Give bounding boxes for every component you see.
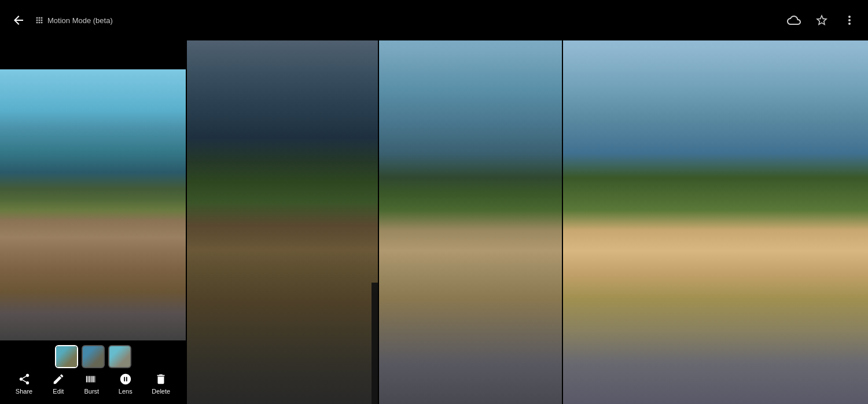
motion-mode-badge: Motion Mode (beta) xyxy=(35,16,113,25)
panel-divider-2 xyxy=(378,0,379,404)
panel-2: Brightness Contrast 45 xyxy=(186,0,378,404)
edit-nav-item[interactable]: Edit xyxy=(46,370,71,397)
burst-nav-item[interactable]: Burst xyxy=(79,370,105,397)
images-area: Share Edit Burst xyxy=(0,0,868,404)
edit-label: Edit xyxy=(53,388,64,395)
panel-4 xyxy=(562,0,868,404)
thumbnail-3[interactable] xyxy=(108,345,131,368)
panel-divider-1 xyxy=(186,0,187,404)
bottom-nav-1: Share Edit Burst xyxy=(0,368,186,399)
bottom-controls-2: Brightness Contrast 45 xyxy=(372,283,378,404)
thumbnail-1[interactable] xyxy=(55,345,78,368)
share-nav-item[interactable]: Share xyxy=(10,370,38,397)
lens-label: Lens xyxy=(119,388,133,395)
motion-mode-label: Motion Mode (beta) xyxy=(47,16,113,25)
panel-1: Share Edit Burst xyxy=(0,0,186,404)
delete-label: Delete xyxy=(152,388,170,395)
slider-container xyxy=(372,348,378,369)
top-bar: Motion Mode (beta) xyxy=(0,0,868,40)
more-options-icon[interactable] xyxy=(843,13,856,27)
photo-main xyxy=(0,69,186,340)
top-bar-left: Motion Mode (beta) xyxy=(12,13,113,27)
back-button[interactable] xyxy=(12,13,25,27)
share-label: Share xyxy=(16,388,32,395)
panel-divider-3 xyxy=(562,0,563,404)
panel-3: Magic Eraser Sky ...estions Crop xyxy=(378,0,562,404)
black-bar-bottom: Share Edit Burst xyxy=(0,340,186,404)
thumbnail-2[interactable] xyxy=(82,345,105,368)
top-bar-right xyxy=(787,13,856,27)
cloud-icon[interactable] xyxy=(787,13,801,27)
delete-nav-item[interactable]: Delete xyxy=(146,370,176,397)
lens-nav-item[interactable]: Lens xyxy=(113,370,138,397)
star-icon[interactable] xyxy=(815,13,829,27)
burst-label: Burst xyxy=(84,388,100,395)
